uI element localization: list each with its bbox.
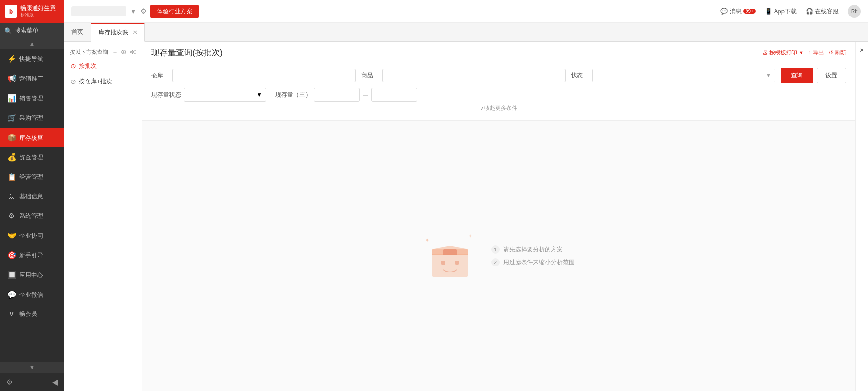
settings-btn[interactable]: 设置 (817, 68, 846, 83)
service-icon: 🎧 (806, 8, 813, 15)
user-avatar: Rit (848, 5, 861, 18)
sidebar-nav: ⚡ 快捷导航 📢 营销推广 📊 销售管理 🛒 采购管理 📦 库存核算 💰 资金管… (0, 49, 64, 362)
inventory-icon: 📦 (7, 133, 16, 142)
refresh-icon: ↺ (829, 49, 833, 56)
warehouse-more-icon[interactable]: ··· (346, 72, 352, 79)
empty-illustration: ✦ ✦ (423, 228, 478, 283)
wechat-icon: 💬 (7, 290, 16, 299)
sidebar-item-inventory[interactable]: 📦 库存核算 (0, 128, 64, 147)
sidebar-item-operations[interactable]: 📋 经营管理 (0, 167, 64, 187)
sidebar-item-marketing[interactable]: 📢 营销推广 (0, 69, 64, 88)
tabbar: 首页 库存批次账 × (64, 23, 868, 42)
svg-marker-3 (432, 246, 468, 249)
search-icon: 🔍 (5, 27, 12, 34)
product-label: 商品 (361, 71, 379, 80)
product-input[interactable] (386, 72, 556, 79)
svg-rect-0 (432, 254, 468, 277)
hint-2: 2 用过滤条件来缩小分析范围 (491, 258, 575, 266)
product-input-wrap[interactable]: ··· (382, 69, 566, 82)
empty-svg: ✦ ✦ (423, 228, 478, 283)
sidebar-item-label: 采购管理 (19, 114, 43, 122)
hint-1-text: 请先选择要分析的方案 (503, 245, 563, 254)
warehouse-input-wrap[interactable]: ··· (172, 69, 356, 82)
sidebar-item-newuser[interactable]: 🎯 新手引导 (0, 245, 64, 265)
status-dropdown-icon: ▼ (766, 72, 771, 79)
sidebar-item-member[interactable]: V 畅会员 (0, 304, 64, 324)
member-icon: V (7, 311, 16, 318)
sidebar-item-basic[interactable]: 🗂 基础信息 (0, 187, 64, 206)
print-btn[interactable]: 🖨 按模板打印 ▼ (762, 49, 804, 57)
sidebar-item-label: 系统管理 (19, 212, 43, 220)
content-area: 现存量查询(按批次) 🖨 按模板打印 ▼ ↑ 导出 ↺ 刷新 (142, 42, 855, 391)
product-field: 商品 ··· (361, 69, 566, 82)
print-dropdown-icon[interactable]: ▼ (799, 50, 804, 55)
page-area: 按以下方案查询 ＋ ⊕ ≪ ⊙ 按批次 ⊙ 按仓库+批次 现存量查询(按批次) (64, 42, 868, 391)
sidebar-item-label: 营销推广 (19, 75, 43, 83)
sidebar-item-sales[interactable]: 📊 销售管理 (0, 88, 64, 108)
sidebar-item-system[interactable]: ⚙ 系统管理 (0, 206, 64, 226)
filter-by-batch[interactable]: ⊙ 按批次 (64, 58, 142, 74)
export-btn[interactable]: ↑ 导出 (808, 49, 824, 57)
status-select[interactable]: ▼ (592, 69, 775, 82)
online-service-label: 在线客服 (815, 7, 839, 16)
online-service-action[interactable]: 🎧 在线客服 (806, 7, 839, 16)
refresh-btn[interactable]: ↺ 刷新 (829, 49, 846, 57)
search-row-1: 仓库 ··· 商品 ··· (151, 68, 846, 83)
collapse-filter-icon[interactable]: ≪ (129, 48, 136, 56)
sidebar-search[interactable]: 🔍 搜索菜单 (0, 23, 64, 38)
svg-point-5 (455, 261, 459, 265)
refresh-label: 刷新 (835, 49, 846, 57)
sidebar-item-enterprise[interactable]: 🤝 企业协同 (0, 226, 64, 245)
filter-by-warehouse-batch[interactable]: ⊙ 按仓库+批次 (64, 74, 142, 89)
collapse-row[interactable]: ∧ 收起更多条件 (151, 102, 846, 115)
messages-label: 消息 (730, 7, 742, 16)
topbar-dropdown-btn[interactable]: ▼ (130, 8, 137, 15)
sidebar-item-wechat[interactable]: 💬 企业微信 (0, 285, 64, 304)
sidebar-item-label: 销售管理 (19, 94, 43, 103)
qty-from-input[interactable] (314, 88, 360, 102)
topbar-settings-icon[interactable]: ⚙ (140, 7, 147, 16)
sales-icon: 📊 (7, 94, 16, 103)
app-download-action[interactable]: 📱 App下载 (765, 7, 797, 16)
filter-by-batch-label: 按批次 (79, 62, 97, 70)
right-panel: × (855, 42, 868, 391)
export-label: 导出 (813, 49, 824, 57)
tab-close-btn[interactable]: × (133, 28, 137, 37)
breadcrumb-input[interactable] (71, 6, 126, 16)
inventory-status-field: 现存量状态 ▼ (151, 88, 266, 102)
tab-inventory-batch-label: 库存批次账 (99, 28, 128, 37)
scroll-up-btn[interactable]: ▲ (0, 38, 64, 49)
add-filter-icon[interactable]: ＋ (112, 48, 118, 56)
messages-action[interactable]: 💬 消息 99+ (720, 7, 756, 16)
quick-nav-icon: ⚡ (7, 54, 16, 63)
query-btn[interactable]: 查询 (781, 68, 813, 83)
sidebar-item-label: 应用中心 (19, 271, 43, 279)
sidebar-item-purchase[interactable]: 🛒 采购管理 (0, 108, 64, 128)
row1-buttons: 查询 设置 (781, 68, 846, 83)
scroll-down-btn[interactable]: ▼ (0, 362, 64, 373)
finance-icon: 💰 (7, 153, 16, 162)
purchase-icon: 🛒 (7, 114, 16, 122)
user-action[interactable]: Rit (848, 5, 861, 18)
sidebar-item-quick-nav[interactable]: ⚡ 快捷导航 (0, 49, 64, 69)
qty-to-input[interactable] (371, 88, 417, 102)
warehouse-input[interactable] (176, 72, 346, 79)
tab-inventory-batch[interactable]: 库存批次账 × (91, 23, 145, 42)
tab-home-label: 首页 (71, 28, 83, 36)
sidebar-item-label: 企业微信 (19, 291, 43, 299)
page-title: 现存量查询(按批次) (151, 47, 223, 58)
sidebar-item-label: 企业协同 (19, 232, 43, 240)
sidebar-item-apps[interactable]: 🔲 应用中心 (0, 265, 64, 285)
product-more-icon[interactable]: ··· (556, 72, 561, 79)
sidebar-item-label: 库存核算 (19, 134, 43, 142)
inventory-status-select[interactable]: ▼ (184, 88, 266, 102)
sidebar-item-finance[interactable]: 💰 资金管理 (0, 147, 64, 167)
settings-icon[interactable]: ⚙ (6, 378, 13, 386)
collapse-sidebar-icon[interactable]: ◀ (52, 378, 58, 386)
app-download-label: App下载 (774, 7, 797, 16)
settings-filter-icon[interactable]: ⊕ (121, 48, 126, 56)
right-panel-close-btn[interactable]: × (860, 46, 864, 54)
tab-home[interactable]: 首页 (64, 23, 91, 41)
print-label: 按模板打印 (769, 49, 797, 57)
trial-btn[interactable]: 体验行业方案 (150, 5, 199, 18)
